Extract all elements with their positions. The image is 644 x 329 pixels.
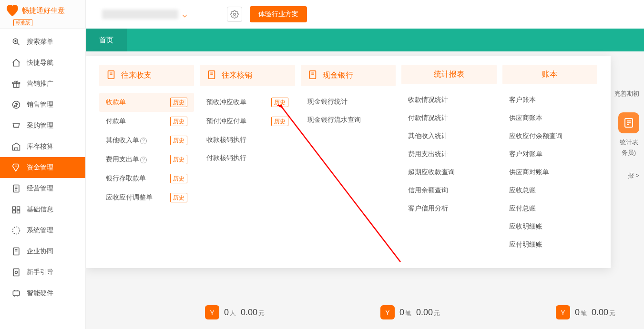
stat-2: ¥ 0笔 0.00元 xyxy=(380,305,440,319)
sidebar-item-label: 企业协同 xyxy=(27,247,53,256)
history-badge[interactable]: 历史 xyxy=(170,117,187,126)
sidebar-item-collab[interactable]: 企业协同 xyxy=(0,241,85,262)
mega-item-label: 应收总账 xyxy=(509,186,536,195)
mega-item-label: 付款核销执行 xyxy=(206,154,246,162)
sidebar-item-label: 搜索菜单 xyxy=(27,38,53,46)
mega-column-header: 往来核销 xyxy=(200,65,295,86)
svg-rect-6 xyxy=(17,207,20,209)
mega-item[interactable]: 应付明细账 xyxy=(502,236,597,254)
mega-item[interactable]: 供应商对账单 xyxy=(502,163,597,181)
bg-hints: 完善期初 统计表 务员) 报 > xyxy=(614,90,639,180)
sidebar-item-hardware[interactable]: 智能硬件 xyxy=(0,283,85,304)
sidebar-item-money[interactable]: 资金管理 xyxy=(0,157,85,178)
history-badge[interactable]: 历史 xyxy=(271,98,288,107)
mega-item[interactable]: 收款核销执行 xyxy=(200,131,295,149)
mega-item[interactable]: 客户对账单 xyxy=(502,145,597,163)
mega-item[interactable]: 费用支出单?历史 xyxy=(99,150,194,169)
mega-item[interactable]: 现金银行流水查询 xyxy=(301,111,396,129)
mega-item[interactable]: 客户信用分析 xyxy=(401,199,496,218)
mega-item[interactable]: 付款核销执行 xyxy=(200,149,295,167)
sidebar-item-info[interactable]: 基础信息 xyxy=(0,199,85,220)
sidebar-item-sale[interactable]: 销售管理 xyxy=(0,94,85,115)
svg-rect-10 xyxy=(13,248,19,255)
home-icon xyxy=(11,58,21,68)
mega-item[interactable]: 收款单历史 xyxy=(99,93,194,112)
mega-item[interactable]: 预收冲应收单历史 xyxy=(200,93,295,112)
system-icon xyxy=(11,226,21,235)
sidebar-item-ops[interactable]: 经营管理 xyxy=(0,178,85,199)
sidebar-item-label: 销售管理 xyxy=(27,100,53,109)
search-icon xyxy=(11,37,21,47)
workspace-picker[interactable]: ⌵ xyxy=(95,6,219,22)
mega-item-label: 客户信用分析 xyxy=(408,204,448,213)
sidebar-item-gift[interactable]: 营销推广 xyxy=(0,73,85,94)
sidebar-item-label: 智能硬件 xyxy=(27,289,53,298)
mega-item[interactable]: 信用余额查询 xyxy=(401,181,496,199)
settings-button[interactable] xyxy=(227,7,242,22)
mega-item[interactable]: 现金银行统计 xyxy=(301,93,396,111)
history-badge[interactable]: 历史 xyxy=(170,174,187,183)
sidebar-item-warehouse[interactable]: 库存核算 xyxy=(0,136,85,157)
history-badge[interactable]: 历史 xyxy=(170,98,187,107)
bg-quick[interactable]: 统计表 务员) xyxy=(618,112,639,157)
mega-item-label: 付款单 xyxy=(106,117,126,126)
mega-item[interactable]: 应收总账 xyxy=(502,181,597,199)
mega-item[interactable]: 应收应付余额查询 xyxy=(502,127,597,145)
mega-item[interactable]: 银行存取款单历史 xyxy=(99,169,194,188)
help-icon[interactable]: ? xyxy=(140,157,147,163)
sidebar-item-home[interactable]: 快捷导航 xyxy=(0,52,85,73)
person-icon: ¥ xyxy=(205,305,219,319)
mega-item-label: 应收应付余额查询 xyxy=(509,132,562,140)
mega-column-header: 往来收支 xyxy=(99,65,194,86)
mega-column-title: 往来收支 xyxy=(121,70,152,80)
mega-item[interactable]: 其他收入统计 xyxy=(401,127,496,145)
sidebar-item-search[interactable]: 搜索菜单 xyxy=(0,31,85,52)
mega-item[interactable]: 超期应收款查询 xyxy=(401,163,496,181)
sidebar-item-label: 采购管理 xyxy=(27,121,53,130)
help-icon[interactable]: ? xyxy=(140,138,147,144)
tab-home[interactable]: 首页 xyxy=(86,29,127,51)
sidebar-item-label: 营销推广 xyxy=(27,80,53,88)
mega-item[interactable]: 应收明细账 xyxy=(502,218,597,236)
mega-column-header: 现金银行 xyxy=(301,65,396,86)
mega-item-label: 应收明细账 xyxy=(509,222,542,231)
mega-item[interactable]: 预付冲应付单历史 xyxy=(200,112,295,131)
mega-item-label: 供应商对账单 xyxy=(509,168,549,177)
bg-link-2[interactable]: 报 > xyxy=(628,171,639,180)
mega-item[interactable]: 客户账本 xyxy=(502,91,597,109)
mega-item[interactable]: 费用支出统计 xyxy=(401,145,496,163)
sidebar-item-cart[interactable]: 采购管理 xyxy=(0,115,85,136)
history-badge[interactable]: 历史 xyxy=(271,117,288,126)
mega-column-4: 账本客户账本供应商账本应收应付余额查询客户对账单供应商对账单应收总账应付总账应收… xyxy=(502,65,597,254)
history-badge[interactable]: 历史 xyxy=(170,155,187,164)
mega-column-header: 账本 xyxy=(502,65,597,84)
mega-item-label: 客户账本 xyxy=(509,96,536,104)
mega-item[interactable]: 应付总账 xyxy=(502,199,597,218)
history-badge[interactable]: 历史 xyxy=(170,193,187,202)
wallet-icon: ¥ xyxy=(556,305,570,319)
bg-link-1[interactable]: 完善期初 xyxy=(614,90,639,98)
money-icon xyxy=(11,163,21,172)
history-badge[interactable]: 历史 xyxy=(170,136,187,145)
mega-item[interactable]: 其他收入单?历史 xyxy=(99,131,194,150)
mega-item[interactable]: 供应商账本 xyxy=(502,109,597,127)
sidebar-item-guide[interactable]: 新手引导 xyxy=(0,262,85,283)
collab-icon xyxy=(11,247,21,256)
mega-column-title: 统计报表 xyxy=(434,70,464,80)
document-icon xyxy=(307,70,318,81)
mega-item[interactable]: 付款单历史 xyxy=(99,112,194,131)
main-area: ⌵ 体验行业方案 首页 完善期初 统计表 务员) 报 > xyxy=(86,0,644,329)
experience-plan-button[interactable]: 体验行业方案 xyxy=(250,6,307,22)
sidebar-item-system[interactable]: 系统管理 xyxy=(0,220,85,241)
report-icon xyxy=(618,112,639,133)
mega-item-label: 预付冲应付单 xyxy=(206,117,246,126)
mega-item[interactable]: 收款情况统计 xyxy=(401,91,496,109)
tab-strip: 首页 xyxy=(86,29,644,51)
mega-item-label: 其他收入统计 xyxy=(408,132,448,140)
mega-column-title: 账本 xyxy=(542,70,557,80)
mega-column-1: 往来核销预收冲应收单历史预付冲应付单历史收款核销执行付款核销执行 xyxy=(200,65,295,254)
mega-item[interactable]: 应收应付调整单历史 xyxy=(99,188,194,207)
svg-point-9 xyxy=(13,227,20,234)
mega-item[interactable]: 付款情况统计 xyxy=(401,109,496,127)
mega-item-label: 预收冲应收单 xyxy=(206,98,246,107)
